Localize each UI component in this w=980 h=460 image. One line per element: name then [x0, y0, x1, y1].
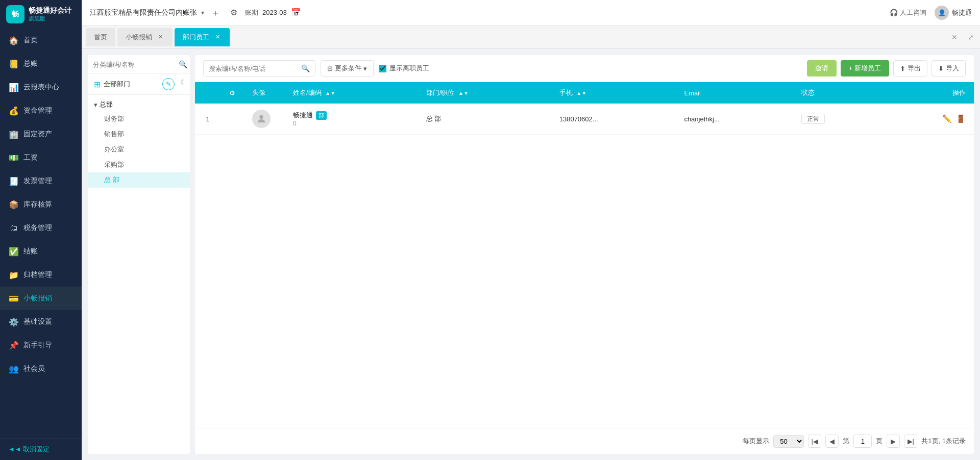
calendar-icon[interactable]: 📅 — [291, 8, 301, 17]
ledger-icon: 📒 — [8, 58, 19, 69]
filter-arrow-icon: ▾ — [363, 65, 367, 72]
col-setting[interactable]: ⚙ — [220, 82, 244, 104]
topbar-right: 🎧 人工咨询 👤 畅捷通 — [890, 6, 972, 20]
settings-icon: ⚙️ — [8, 316, 19, 327]
sidebar-item-more[interactable]: 👥 社会员 — [0, 357, 82, 380]
tab-expense-close-icon[interactable]: ✕ — [156, 33, 164, 41]
user-info[interactable]: 👤 畅捷通 — [935, 6, 972, 20]
dept-item-sales-label: 销售部 — [104, 130, 124, 138]
tab-dept-employee[interactable]: 部门员工 ✕ — [175, 28, 230, 46]
inventory-icon: 📦 — [8, 199, 19, 210]
home-icon: 🏠 — [8, 35, 19, 46]
import-button[interactable]: ⬇ 导入 — [932, 60, 966, 76]
pagination-bar: 每页显示 50 100 200 |◀ ◀ 第 页 ▶ ▶| 共1页, 1条记录 — [195, 428, 974, 454]
settlement-icon: ✅ — [8, 246, 19, 257]
dept-item-purchase[interactable]: 采购部 — [88, 157, 190, 172]
sidebar-item-inventory[interactable]: 📦 库存核算 — [0, 193, 82, 216]
dept-item-sales[interactable]: 销售部 — [88, 126, 190, 142]
sidebar-item-tax-mgmt[interactable]: 🗂 税务管理 — [0, 216, 82, 240]
tab-dept-employee-close-icon[interactable]: ✕ — [213, 33, 222, 41]
filter-button[interactable]: ⊟ 更多条件 ▾ — [321, 60, 374, 76]
employee-name-group: 畅捷通 部 — [293, 111, 410, 120]
dept-item-purchase-label: 采购部 — [104, 161, 124, 168]
sidebar-item-fixed-assets[interactable]: 🏢 固定资产 — [0, 122, 82, 146]
dept-tree: ▾ 总部 财务部 销售部 办公室 采购部 总 部 — [88, 95, 190, 454]
app-title: 畅捷通好会计 — [29, 6, 71, 15]
dept-edit-button[interactable]: ✎ — [162, 78, 175, 90]
phone-sort-icon: ▲▼ — [576, 91, 586, 96]
dept-item-finance[interactable]: 财务部 — [88, 111, 190, 126]
grid-icon: ⊞ — [94, 80, 101, 89]
sidebar-item-invoice-mgmt[interactable]: 🧾 发票管理 — [0, 169, 82, 193]
col-dept-position[interactable]: 部门/职位 ▲▼ — [418, 82, 551, 104]
filter-icon: ⊟ — [327, 65, 333, 72]
sidebar-item-fixed-assets-label: 固定资产 — [23, 130, 52, 139]
all-dept-label: 全部部门 — [104, 80, 130, 89]
dept-search-input[interactable] — [93, 61, 179, 68]
sidebar-item-fund-mgmt-label: 资金管理 — [23, 106, 52, 115]
next-page-button[interactable]: ▶ — [887, 435, 900, 448]
add-employee-button[interactable]: + 新增员工 — [841, 60, 889, 76]
export-button[interactable]: ⬆ 导出 — [893, 60, 927, 76]
service-button[interactable]: 🎧 人工咨询 — [890, 8, 926, 17]
sidebar-item-home[interactable]: 🏠 首页 — [0, 29, 82, 52]
sidebar-item-xiaochang-expense[interactable]: 💳 小畅报销 — [0, 287, 82, 310]
first-page-button[interactable]: |◀ — [808, 435, 821, 448]
total-records-label: 共1页, 1条记录 — [921, 437, 966, 446]
last-page-button[interactable]: ▶| — [904, 435, 917, 448]
sidebar-item-payroll[interactable]: 💵 工资 — [0, 146, 82, 169]
sidebar-item-fund-mgmt[interactable]: 💰 资金管理 — [0, 99, 82, 122]
page-number-input[interactable] — [853, 435, 872, 448]
col-phone[interactable]: 手机 ▲▼ — [551, 82, 676, 104]
period-label: 账期 — [245, 8, 258, 17]
expand-button[interactable]: ⤢ — [966, 31, 976, 43]
per-page-select[interactable]: 50 100 200 — [773, 435, 804, 448]
sidebar-item-invoice-mgmt-label: 发票管理 — [23, 176, 52, 186]
show-resigned-checkbox-label: 显示离职员工 — [379, 64, 429, 73]
dept-search-icon[interactable]: 🔍 — [179, 60, 187, 68]
sidebar-item-general-ledger[interactable]: 📒 总账 — [0, 52, 82, 75]
prev-page-button[interactable]: ◀ — [825, 435, 839, 448]
dept-root-label: 总部 — [100, 100, 113, 109]
sidebar-item-archive-mgmt[interactable]: 📁 归档管理 — [0, 263, 82, 287]
sidebar-item-basic-settings[interactable]: ⚙️ 基础设置 — [0, 310, 82, 334]
tab-expense[interactable]: 小畅报销 ✕ — [117, 28, 173, 46]
export-label: 导出 — [908, 64, 921, 73]
company-dropdown-icon[interactable]: ▾ — [201, 9, 204, 16]
dept-collapse-icon[interactable]: 《 — [177, 78, 184, 90]
dept-item-office-label: 办公室 — [104, 145, 124, 153]
add-company-button[interactable]: ＋ — [208, 6, 223, 20]
invite-button[interactable]: 邀请 — [807, 60, 837, 76]
app-subtitle: 旗舰版 — [29, 15, 71, 22]
tab-home-label: 首页 — [94, 33, 107, 42]
topbar-setting-button[interactable]: ⚙ — [227, 6, 241, 20]
fixed-assets-icon: 🏢 — [8, 129, 19, 140]
payroll-icon: 💵 — [8, 152, 19, 163]
sidebar-unpin-button[interactable]: ◄◄ 取消固定 — [0, 438, 82, 460]
fund-icon: 💰 — [8, 105, 19, 116]
sidebar-item-settlement[interactable]: ✅ 结账 — [0, 240, 82, 263]
add-employee-label: + 新增员工 — [849, 64, 881, 73]
logout-employee-button[interactable]: 🚪 — [956, 114, 966, 123]
employee-code: 0 — [293, 120, 410, 127]
dept-item-general[interactable]: 总 部 — [88, 172, 190, 188]
table-row: 1 畅捷通 部 — [195, 104, 974, 135]
dept-item-office[interactable]: 办公室 — [88, 142, 190, 157]
show-resigned-checkbox[interactable] — [379, 65, 386, 72]
close-all-tabs-button[interactable]: ✕ — [945, 31, 964, 43]
tab-home[interactable]: 首页 — [86, 28, 115, 46]
sidebar-item-report-center[interactable]: 📊 云报表中心 — [0, 75, 82, 99]
sidebar-unpin-label: ◄◄ 取消固定 — [8, 445, 50, 454]
sidebar-item-newbie-guide[interactable]: 📌 新手引导 — [0, 334, 82, 357]
col-name-code[interactable]: 姓名/编码 ▲▼ — [285, 82, 418, 104]
edit-employee-button[interactable]: ✏️ — [942, 114, 952, 123]
sidebar-item-inventory-label: 库存核算 — [23, 200, 52, 209]
invoice-icon: 🧾 — [8, 175, 19, 187]
guide-icon: 📌 — [8, 340, 19, 351]
all-dept-label-group: ⊞ 全部部门 — [94, 80, 130, 89]
col-status: 状态 — [793, 82, 884, 104]
employee-search-icon[interactable]: 🔍 — [301, 64, 310, 72]
employee-search-input[interactable] — [209, 65, 301, 72]
dept-position-sort-icon: ▲▼ — [458, 91, 469, 96]
dept-header-actions: ✎ 《 — [162, 78, 184, 90]
